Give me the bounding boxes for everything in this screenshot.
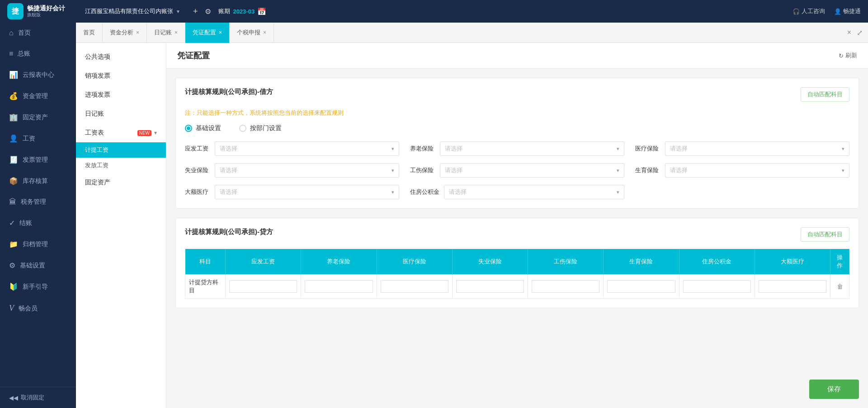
input-gongshang[interactable]: [532, 280, 599, 293]
td-zhufang-input[interactable]: [679, 275, 755, 299]
tab-expand-icon[interactable]: ⤢: [857, 28, 863, 37]
company-arrow-icon: ▼: [176, 9, 180, 14]
select-gongshang[interactable]: 请选择 ▾: [440, 163, 624, 178]
tab-tax-close[interactable]: ×: [263, 29, 266, 36]
sidebar-item-label: 首页: [18, 29, 31, 37]
sub-sidebar-journal[interactable]: 日记账: [76, 104, 166, 123]
radio-dept[interactable]: 按部门设置: [239, 124, 282, 132]
period-selector: 账期 2023-03 📅: [218, 7, 266, 16]
select-shengyu[interactable]: 请选择 ▾: [665, 163, 849, 178]
label-gongshang: 工伤保险: [410, 166, 435, 174]
select-zhufang[interactable]: 请选择 ▾: [444, 185, 624, 199]
select-yiliao[interactable]: 请选择 ▾: [665, 141, 849, 156]
user-area[interactable]: 👤 畅捷通: [834, 7, 861, 15]
sidebar-item-archive[interactable]: 📁 归档管理: [0, 234, 76, 255]
th-zhufang: 住房公积金: [679, 249, 755, 275]
input-yiliao[interactable]: [381, 280, 448, 293]
sub-sidebar-fixed-assets[interactable]: 固定资产: [76, 173, 166, 192]
sidebar-item-checkout[interactable]: ✓ 结账: [0, 212, 76, 234]
input-shengyu[interactable]: [607, 280, 675, 293]
logo-char: 捷: [12, 7, 19, 16]
sidebar-item-invoice[interactable]: 🧾 发票管理: [0, 149, 76, 170]
tab-capital-close[interactable]: ×: [136, 29, 139, 36]
sub-sidebar-journal-label: 日记账: [85, 110, 104, 118]
input-shiye[interactable]: [456, 280, 524, 293]
sub-sidebar-pay-salary[interactable]: 发放工资: [76, 158, 166, 173]
sidebar-item-label: 畅会员: [19, 305, 38, 313]
sub-sidebar-purchase[interactable]: 进项发票: [76, 85, 166, 104]
input-zhufang[interactable]: [683, 280, 751, 293]
sub-sidebar-payroll[interactable]: 计提工资: [76, 142, 166, 158]
select-shiye-placeholder: 请选择: [220, 166, 237, 174]
tab-tax[interactable]: 个税申报 ×: [230, 23, 274, 43]
tab-journal-label: 日记账: [154, 28, 172, 37]
tab-capital[interactable]: 资金分析 ×: [103, 23, 147, 43]
company-name: 江西服宝精品有限责任公司内账张: [85, 7, 173, 15]
sub-sidebar-payroll-table[interactable]: 工资表 NEW ▾: [76, 123, 166, 142]
select-shiye[interactable]: 请选择 ▾: [215, 163, 399, 178]
form-row-zhufang: 住房公积金 请选择 ▾: [410, 185, 624, 199]
sidebar-item-label: 云报表中心: [23, 71, 54, 79]
save-button[interactable]: 保存: [809, 380, 859, 399]
credit-section: 计提核算规则(公司承担)-贷方 自动匹配科目 科目 应发工资 养老保险 医疗保险: [175, 218, 859, 308]
td-yanglao-input[interactable]: [301, 275, 377, 299]
td-delete[interactable]: 🗑: [830, 275, 849, 299]
th-shengyu: 生育保险: [604, 249, 679, 275]
sidebar-item-guide[interactable]: 🔰 新手引导: [0, 276, 76, 297]
sidebar-item-inventory[interactable]: 📦 库存核算: [0, 170, 76, 192]
sidebar-item-report[interactable]: 📊 云报表中心: [0, 64, 76, 85]
sidebar-item-ledger[interactable]: ≡ 总账: [0, 43, 76, 64]
debit-section-header: 计提核算规则(公司承担)-借方 自动匹配科目: [185, 87, 849, 102]
select-daeyiliao[interactable]: 请选择 ▾: [215, 185, 399, 199]
input-daeyiliao[interactable]: [759, 280, 826, 293]
td-yiliao-input[interactable]: [377, 275, 452, 299]
th-yiliao: 医疗保险: [377, 249, 452, 275]
tab-journal-close[interactable]: ×: [175, 29, 178, 36]
sidebar-item-home[interactable]: ⌂ 首页: [0, 23, 76, 43]
input-yanglao[interactable]: [305, 280, 373, 293]
settings-nav-icon: ⚙: [9, 261, 15, 270]
select-yanglao[interactable]: 请选择 ▾: [440, 141, 624, 156]
company-selector[interactable]: 江西服宝精品有限责任公司内账张 ▼: [80, 7, 186, 15]
radio-basic-label: 基础设置: [196, 124, 221, 132]
add-button[interactable]: +: [193, 7, 198, 16]
td-daeyiliao-input[interactable]: [755, 275, 830, 299]
consulting-btn[interactable]: 🎧 人工咨询: [793, 7, 825, 15]
radio-basic[interactable]: 基础设置: [185, 124, 221, 132]
td-gongshang-input[interactable]: [528, 275, 604, 299]
tab-close-all-icon[interactable]: ×: [847, 28, 851, 37]
tab-journal[interactable]: 日记账 ×: [147, 23, 185, 43]
delete-icon[interactable]: 🗑: [837, 283, 843, 290]
td-shiye-input[interactable]: [452, 275, 528, 299]
tab-voucher[interactable]: 凭证配置 ×: [185, 23, 230, 43]
form-row-shengyu: 生育保险 请选择 ▾: [635, 163, 849, 178]
logo-text-area: 畅捷通好会计 旗舰版: [27, 5, 65, 19]
sub-sidebar-pay-salary-label: 发放工资: [85, 162, 108, 169]
debit-auto-match-btn[interactable]: 自动匹配科目: [801, 87, 849, 102]
sub-sidebar-public[interactable]: 公共选项: [76, 47, 166, 66]
credit-auto-match-btn[interactable]: 自动匹配科目: [801, 227, 849, 242]
sub-sidebar-sales[interactable]: 销项发票: [76, 66, 166, 85]
sidebar-item-settings[interactable]: ⚙ 基础设置: [0, 255, 76, 276]
sidebar-item-capital[interactable]: 💰 资金管理: [0, 85, 76, 107]
sub-sidebar-purchase-label: 进项发票: [85, 91, 110, 99]
input-yingfa[interactable]: [229, 280, 297, 293]
calendar-icon[interactable]: 📅: [257, 7, 266, 16]
sidebar-item-label: 结账: [19, 219, 32, 227]
sidebar-item-tax[interactable]: 🏛 税务管理: [0, 192, 76, 212]
tab-home[interactable]: 首页: [76, 23, 103, 43]
sidebar-item-fixed[interactable]: 🏢 固定资产: [0, 107, 76, 128]
td-yingfa-input[interactable]: [226, 275, 301, 299]
sidebar-item-salary[interactable]: 👤 工资: [0, 128, 76, 149]
refresh-button[interactable]: ↻ 刷新: [839, 52, 857, 60]
tab-voucher-close[interactable]: ×: [219, 29, 222, 36]
sidebar-item-member[interactable]: V 畅会员: [0, 297, 76, 319]
table-row: 计提贷方科目 🗑: [185, 275, 849, 299]
cancel-fixed-btn[interactable]: ◀◀ 取消固定: [0, 387, 76, 408]
th-yingfa: 应发工资: [226, 249, 301, 275]
td-shengyu-input[interactable]: [604, 275, 679, 299]
debit-form-grid: 应发工资 请选择 ▾ 养老保险 请选择 ▾: [185, 141, 849, 199]
select-yingfa[interactable]: 请选择 ▾: [215, 141, 399, 156]
settings-icon[interactable]: ⚙: [205, 7, 211, 16]
select-yingfa-arrow: ▾: [392, 146, 394, 152]
